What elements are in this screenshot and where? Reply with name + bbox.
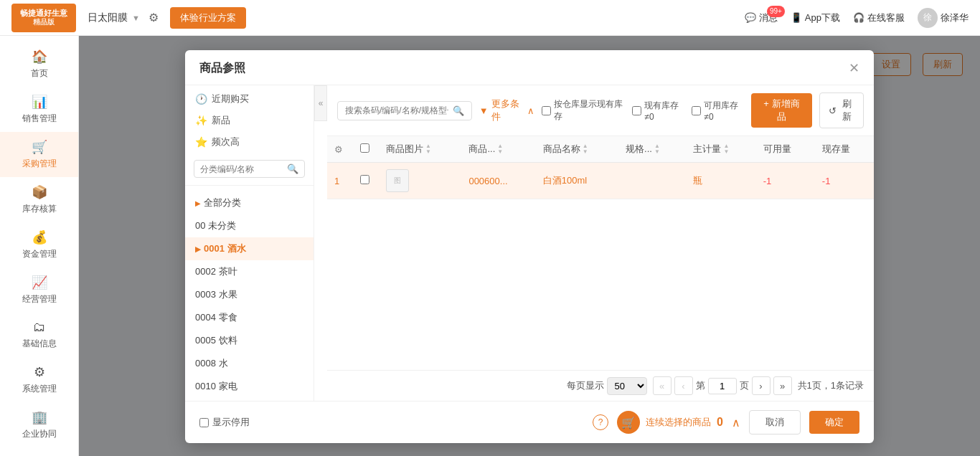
stock-ne0-checkbox[interactable]	[632, 106, 641, 115]
modal-backdrop: 商品参照 ✕ 🕐 近期购买 ✨	[79, 36, 980, 456]
category-item-0004[interactable]: 0004 零食	[185, 306, 314, 329]
message-button[interactable]: 💬 消息 99+	[745, 11, 778, 24]
sidebar-item-corp[interactable]: 🏢 企业协同	[0, 402, 78, 447]
sidebar-item-purchase[interactable]: 🛒 采购管理	[0, 132, 78, 177]
category-panel: 🕐 近期购买 ✨ 新品 ⭐ 频次高	[185, 85, 314, 401]
help-question-mark: ?	[598, 417, 603, 427]
basic-icon: 🗂	[33, 320, 46, 335]
add-product-button[interactable]: + 新增商品	[751, 93, 811, 128]
row-checkbox[interactable]	[360, 175, 369, 184]
user-profile[interactable]: 徐 徐泽华	[918, 8, 969, 28]
cell-stock: -1	[815, 163, 874, 199]
sidebar-label-purchase: 采购管理	[22, 158, 57, 170]
sidebar-item-basic[interactable]: 🗂 基础信息	[0, 313, 78, 357]
category-label-00: 00 未分类	[195, 219, 236, 232]
category-item-0001[interactable]: ▶ 0001 酒水	[185, 237, 314, 260]
first-page-button[interactable]: «	[653, 376, 672, 395]
triangle-icon-all: ▶	[195, 199, 201, 207]
page-number-input[interactable]	[708, 378, 737, 394]
quick-link-recent[interactable]: 🕐 近期购买	[185, 88, 314, 110]
avatar: 徐	[918, 8, 938, 28]
quick-link-new[interactable]: ✨ 新品	[185, 110, 314, 131]
category-item-0008[interactable]: 0008 水	[185, 352, 314, 375]
modal-body: 🕐 近期购买 ✨ 新品 ⭐ 频次高	[185, 85, 874, 401]
category-item-00[interactable]: 00 未分类	[185, 214, 314, 237]
sidebar-label-business: 经营管理	[22, 293, 57, 305]
show-disabled-label[interactable]: 显示停用	[199, 416, 250, 429]
cell-spec	[618, 163, 686, 199]
th-code: 商品... ▲▼	[461, 136, 535, 163]
footer-collapse-arrow[interactable]: ∧	[732, 416, 740, 429]
available-ne0-checkbox[interactable]	[692, 106, 701, 115]
per-page-dropdown[interactable]: 50 100 200	[607, 377, 647, 395]
total-info: 共1页，1条记录	[798, 379, 864, 392]
trial-button[interactable]: 体验行业方案	[170, 7, 246, 29]
sidebar: 🏠 首页 📊 销售管理 🛒 采购管理 📦 库存核算 💰 资金管理 📈 经营管理 …	[0, 36, 79, 456]
sidebar-item-home[interactable]: 🏠 首页	[0, 42, 78, 87]
sidebar-item-finance[interactable]: 💰 资金管理	[0, 222, 78, 267]
sidebar-item-inventory[interactable]: 📦 库存核算	[0, 177, 78, 222]
app-download-button[interactable]: 📱 App下载	[791, 11, 840, 24]
category-search-input[interactable]	[200, 164, 283, 174]
category-item-0002[interactable]: 0002 茶叶	[185, 260, 314, 283]
main-layout: 🏠 首页 📊 销售管理 🛒 采购管理 📦 库存核算 💰 资金管理 📈 经营管理 …	[0, 36, 980, 456]
category-item-all[interactable]: ▶ 全部分类	[185, 191, 314, 214]
footer-right: ? 🛒 连续选择的商品 0 ∧ 取消 确定	[593, 410, 859, 434]
product-search-input[interactable]	[345, 105, 448, 115]
confirm-button[interactable]: 确定	[809, 411, 859, 434]
th-image-label: 商品图片	[386, 143, 423, 156]
quick-link-recent-label: 近期购买	[212, 92, 249, 105]
category-item-0005[interactable]: 0005 饮料	[185, 329, 314, 352]
sidebar-item-guide[interactable]: 📖 新手引导	[0, 447, 78, 456]
navbar: 畅捷通好生意 精品版 日太阳膜 ▼ ⚙ 体验行业方案 💬 消息 99+ 📱 Ap…	[0, 0, 980, 36]
show-disabled-checkbox[interactable]	[199, 418, 209, 427]
cell-unit: 瓶	[686, 163, 755, 199]
help-icon[interactable]: ?	[593, 414, 608, 430]
sidebar-item-sales[interactable]: 📊 销售管理	[0, 87, 78, 132]
table-row[interactable]: 1 图 000600... 白酒100ml	[327, 163, 874, 199]
more-filter-button[interactable]: ▼ 更多条件 ∧	[479, 98, 534, 123]
cell-available: -1	[756, 163, 815, 199]
last-page-button[interactable]: »	[773, 376, 792, 395]
gear-icon[interactable]: ⚙	[149, 11, 159, 24]
inventory-icon: 📦	[32, 184, 47, 200]
cart-icon[interactable]: 🛒	[617, 411, 640, 434]
category-label-0010: 0010 家电	[195, 380, 237, 393]
quick-link-new-label: 新品	[212, 114, 230, 127]
sidebar-item-system[interactable]: ⚙ 系统管理	[0, 357, 78, 402]
th-available: 可用量	[756, 136, 815, 163]
category-label-0001: 0001 酒水	[204, 242, 246, 255]
sidebar-item-business[interactable]: 📈 经营管理	[0, 267, 78, 313]
prev-page-button[interactable]: ‹	[674, 376, 693, 395]
table-panel: 🔍 ▼ 更多条件 ∧ 按仓库显示现有库存	[327, 85, 874, 401]
quick-link-frequent[interactable]: ⭐ 频次高	[185, 131, 314, 153]
sort-arrows-name: ▲▼	[583, 143, 588, 155]
next-page-button[interactable]: ›	[752, 376, 771, 395]
category-item-0010[interactable]: 0010 家电	[185, 375, 314, 398]
stock-ne0-checkbox-label[interactable]: 现有库存≠0	[632, 100, 684, 122]
sidebar-label-inventory: 库存核算	[22, 203, 57, 215]
refresh-button[interactable]: ↺ 刷新	[819, 92, 864, 128]
quick-link-frequent-label: 频次高	[212, 136, 240, 148]
category-label-0008: 0008 水	[195, 357, 228, 370]
category-list: ▶ 全部分类 00 未分类 ▶ 0001 酒水 0002 茶	[185, 189, 314, 401]
per-page-label: 每页显示	[567, 379, 604, 392]
th-checkbox	[353, 136, 379, 163]
category-item-0003[interactable]: 0003 水果	[185, 283, 314, 306]
modal-close-button[interactable]: ✕	[849, 60, 859, 76]
cancel-button[interactable]: 取消	[749, 410, 801, 434]
sort-arrows-code: ▲▼	[497, 143, 503, 155]
store-selector[interactable]: 日太阳膜 ▼	[88, 11, 140, 24]
table-settings-icon[interactable]: ⚙	[334, 144, 343, 155]
select-all-checkbox[interactable]	[360, 143, 369, 153]
available-ne0-checkbox-label[interactable]: 可用库存≠0	[692, 100, 744, 122]
available-value: -1	[763, 176, 772, 186]
th-spec: 规格... ▲▼	[618, 136, 686, 163]
page-size-select: 每页显示 50 100 200	[567, 377, 647, 395]
th-name: 商品名称 ▲▼	[536, 136, 618, 163]
online-service-button[interactable]: 🎧 在线客服	[853, 11, 905, 24]
collapse-icon: «	[319, 98, 324, 108]
warehouse-stock-checkbox[interactable]	[542, 106, 551, 115]
collapse-panel-button[interactable]: «	[314, 85, 327, 121]
warehouse-stock-checkbox-label[interactable]: 按仓库显示现有库存	[542, 98, 625, 123]
